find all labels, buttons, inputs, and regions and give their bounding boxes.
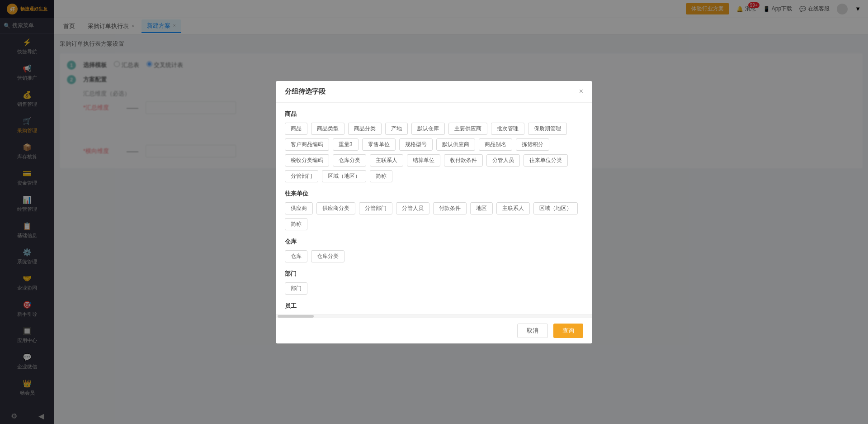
field-tag[interactable]: 商品分类 [348, 123, 382, 135]
field-tag[interactable]: 分管人员 [486, 154, 520, 167]
field-tag[interactable]: 付款条件 [433, 202, 467, 214]
field-tag[interactable]: 规格型号 [399, 138, 433, 151]
section-title-partner: 往来单位 [285, 190, 583, 198]
field-tag[interactable]: 主联系人 [370, 154, 403, 167]
field-tag[interactable]: 零售单位 [362, 138, 396, 151]
field-tags-partner: 供应商供应商分类分管部门分管人员付款条件地区主联系人区域（地区）简称 [285, 202, 583, 230]
field-tag[interactable]: 供应商分类 [316, 202, 355, 214]
section-product: 商品商品商品类型商品分类产地默认仓库主要供应商批次管理保质期管理客户商品编码重量… [285, 110, 583, 182]
section-employee: 员工业务员 [285, 302, 583, 314]
field-tag[interactable]: 仓库分类 [311, 250, 344, 262]
field-tag[interactable]: 拣货积分 [516, 138, 549, 151]
cancel-button[interactable]: 取消 [517, 324, 548, 338]
modal-header: 分组待选字段 × [276, 81, 592, 103]
field-tag[interactable]: 保质期管理 [528, 123, 567, 135]
field-tag[interactable]: 产地 [385, 123, 408, 135]
field-tags-warehouse: 仓库仓库分类 [285, 250, 583, 262]
field-tag[interactable]: 结算单位 [407, 154, 440, 167]
field-tag[interactable]: 往来单位分类 [524, 154, 568, 167]
modal-title: 分组待选字段 [285, 87, 326, 96]
field-tag[interactable]: 分管人员 [396, 202, 429, 214]
section-title-employee: 员工 [285, 302, 583, 310]
confirm-button[interactable]: 查询 [553, 324, 583, 338]
field-tags-product: 商品商品类型商品分类产地默认仓库主要供应商批次管理保质期管理客户商品编码重量3零… [285, 123, 583, 182]
field-tag[interactable]: 商品 [285, 123, 307, 135]
field-tags-department: 部门 [285, 282, 583, 295]
field-tag[interactable]: 重量3 [333, 138, 359, 151]
modal-horizontal-scrollbar[interactable] [276, 314, 592, 318]
modal-footer: 取消 查询 [276, 318, 592, 343]
section-title-department: 部门 [285, 270, 583, 278]
field-tag[interactable]: 仓库分类 [333, 154, 366, 167]
field-tag[interactable]: 简称 [370, 170, 392, 182]
modal-close-button[interactable]: × [579, 87, 583, 95]
modal-dialog: 分组待选字段 × 商品商品商品类型商品分类产地默认仓库主要供应商批次管理保质期管… [276, 81, 592, 343]
section-department: 部门部门 [285, 270, 583, 295]
field-tag[interactable]: 商品类型 [311, 123, 344, 135]
field-tag[interactable]: 供应商 [285, 202, 313, 214]
field-tag[interactable]: 客户商品编码 [285, 138, 329, 151]
modal-overlay: 分组待选字段 × 商品商品商品类型商品分类产地默认仓库主要供应商批次管理保质期管… [0, 0, 868, 424]
field-tag[interactable]: 区域（地区） [533, 202, 578, 214]
field-tag[interactable]: 商品别名 [479, 138, 512, 151]
field-tag[interactable]: 默认仓库 [411, 123, 445, 135]
field-tag[interactable]: 主要供应商 [448, 123, 487, 135]
field-tag[interactable]: 分管部门 [285, 170, 318, 182]
field-tag[interactable]: 地区 [470, 202, 493, 214]
section-title-warehouse: 仓库 [285, 238, 583, 246]
field-tag[interactable]: 收付款条件 [444, 154, 483, 167]
field-tag[interactable]: 部门 [285, 282, 307, 295]
field-tag[interactable]: 默认供应商 [436, 138, 475, 151]
modal-body: 商品商品商品类型商品分类产地默认仓库主要供应商批次管理保质期管理客户商品编码重量… [276, 103, 592, 314]
field-tag[interactable]: 仓库 [285, 250, 307, 262]
field-tag[interactable]: 分管部门 [359, 202, 392, 214]
section-warehouse: 仓库仓库仓库分类 [285, 238, 583, 262]
section-partner: 往来单位供应商供应商分类分管部门分管人员付款条件地区主联系人区域（地区）简称 [285, 190, 583, 230]
field-tag[interactable]: 区域（地区） [322, 170, 366, 182]
field-tag[interactable]: 税收分类编码 [285, 154, 329, 167]
field-tag[interactable]: 批次管理 [491, 123, 524, 135]
section-title-product: 商品 [285, 110, 583, 118]
field-tag[interactable]: 主联系人 [496, 202, 530, 214]
field-tag[interactable]: 简称 [285, 218, 307, 230]
